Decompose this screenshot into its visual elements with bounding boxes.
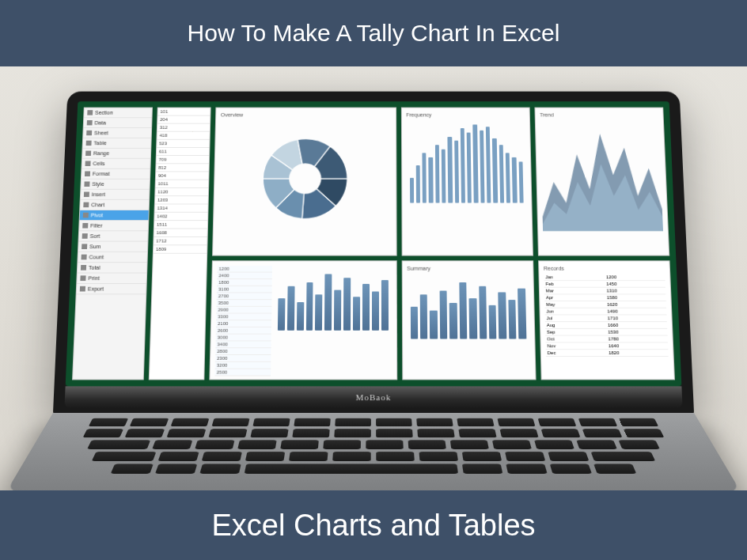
data-cell: 1712 (154, 236, 207, 244)
bar (435, 145, 440, 202)
sidebar-item[interactable]: Print (77, 273, 146, 283)
sidebar-item[interactable]: Pivot (80, 210, 149, 221)
keyboard-key (89, 418, 128, 426)
pane-title: Overview (221, 112, 391, 117)
bar (508, 300, 516, 339)
sidebar-item[interactable]: Range (82, 148, 150, 158)
table-row: May1620 (544, 301, 666, 308)
keyboard-key (211, 418, 249, 426)
data-cell: 3500 (217, 300, 272, 307)
bar (448, 136, 453, 202)
cell: 1620 (605, 301, 666, 308)
bar-chart-bottom-2 (407, 274, 529, 339)
item-icon (85, 150, 91, 155)
laptop-hinge: MoBaok (64, 386, 682, 408)
keyboard-key (619, 418, 658, 426)
excel-screen: SectionDataSheetTableRangeCellsFormatSty… (66, 101, 682, 386)
sidebar-item[interactable]: Cells (82, 158, 150, 168)
item-icon (86, 140, 92, 145)
pane-title: Frequency (406, 112, 525, 117)
sidebar-item[interactable]: Style (81, 179, 150, 189)
cell: 1200 (605, 274, 665, 280)
bar (492, 138, 498, 202)
keyboard-key (155, 464, 197, 474)
data-cell: 418 (157, 131, 209, 139)
data-cell: 1314 (155, 204, 208, 212)
bar (334, 289, 341, 330)
data-cell: 2900 (216, 307, 271, 314)
sidebar-item[interactable]: Section (84, 108, 152, 118)
cell: 1450 (605, 281, 665, 287)
bar-chart-bottom-pane: Summary (401, 260, 536, 380)
table-row: Feb1450 (544, 281, 665, 288)
sidebar-item[interactable]: Filter (79, 221, 148, 231)
keyboard-key (538, 418, 577, 426)
keyboard-key (111, 464, 154, 474)
data-cell: 3200 (215, 362, 271, 369)
cell: 1530 (606, 329, 667, 335)
bar (442, 149, 446, 202)
bar (343, 278, 351, 331)
bar (410, 178, 414, 203)
keyboard-key (245, 452, 285, 461)
bar (489, 305, 497, 339)
data-cell: 2700 (217, 293, 272, 300)
keyboard-key (202, 452, 242, 461)
sidebar-item-label: Count (89, 254, 104, 259)
data-cell: 2400 (217, 273, 272, 280)
keyboard-key (462, 452, 502, 461)
item-icon (85, 171, 90, 176)
bar (420, 294, 428, 339)
keyboard-key (419, 452, 458, 461)
sidebar-item[interactable]: Count (78, 252, 147, 262)
keyboard-key (534, 440, 574, 449)
bar (454, 141, 459, 203)
bar (518, 161, 523, 203)
sidebar-item[interactable]: Table (83, 138, 151, 149)
keyboard-key (250, 429, 288, 437)
cell: Aug (545, 322, 606, 328)
sidebar-item-label: Insert (92, 191, 105, 197)
sidebar-item[interactable]: Sheet (83, 128, 151, 138)
bar (506, 153, 510, 202)
table-row: Mar1310 (544, 288, 666, 295)
sidebar-item[interactable]: Export (77, 284, 146, 294)
keyboard-key (323, 440, 361, 449)
pane-title: Trend (540, 112, 658, 117)
bar (430, 310, 438, 339)
bar (410, 306, 418, 339)
table-row: Aug1660 (545, 322, 668, 329)
keyboard-key (332, 452, 371, 461)
data-cell: 3000 (216, 335, 271, 342)
keyboard-key (548, 452, 589, 461)
keyboard-key (500, 429, 539, 437)
table-row: Nov1640 (545, 342, 668, 350)
pane-title: Summary (407, 266, 528, 271)
bar (499, 145, 504, 202)
sidebar-item[interactable]: Data (84, 118, 152, 128)
bar-chart-top-pane: Frequency (400, 107, 533, 255)
keyboard-key (208, 429, 247, 437)
table-row: Apr1580 (544, 294, 666, 301)
cell: 1660 (606, 322, 667, 328)
bar-chart-top (406, 120, 526, 203)
cell: Apr (544, 294, 605, 301)
sidebar-item[interactable]: Format (82, 168, 150, 179)
table-row: Jan1200 (544, 274, 665, 281)
keyboard-key (252, 418, 290, 426)
sidebar-item[interactable]: Sort (79, 231, 148, 241)
data-cell: 3300 (216, 313, 271, 320)
data-cell: 3400 (215, 341, 271, 348)
bar (305, 282, 313, 331)
sidebar-item[interactable]: Insert (81, 189, 150, 199)
data-cell: 1011 (156, 180, 209, 187)
sidebar-item[interactable]: Total (78, 263, 147, 273)
bar (297, 302, 304, 331)
sidebar-item[interactable]: Sum (78, 241, 148, 252)
data-column-2: 1200240018003100270035002900330021002600… (215, 266, 272, 374)
cell: 1710 (605, 315, 666, 321)
item-icon (82, 223, 88, 229)
keyboard-key (83, 429, 124, 437)
keyboard-key (506, 464, 547, 474)
sidebar-item[interactable]: Chart (80, 199, 149, 210)
